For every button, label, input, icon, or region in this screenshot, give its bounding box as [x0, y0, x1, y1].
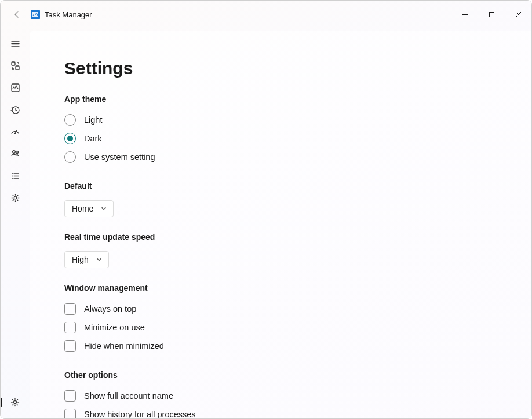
svg-point-10 [14, 401, 17, 404]
check-show-full-account[interactable]: Show full account name [64, 387, 435, 405]
radio-label: Dark [84, 134, 102, 143]
history-icon [10, 105, 20, 115]
processes-icon [10, 61, 20, 71]
checkbox-label: Show history for all processes [84, 410, 196, 418]
minimize-icon [462, 12, 468, 18]
nav-hamburger[interactable] [3, 33, 27, 54]
checkbox-icon [64, 340, 76, 352]
details-icon [10, 171, 20, 181]
check-always-on-top[interactable]: Always on top [64, 300, 435, 318]
radio-icon [64, 114, 76, 126]
check-show-history[interactable]: Show history for all processes [64, 405, 435, 418]
chevron-down-icon [100, 205, 107, 212]
checkbox-icon [64, 409, 76, 418]
nav-processes[interactable] [3, 55, 27, 76]
nav-details[interactable] [3, 165, 27, 186]
svg-point-7 [13, 151, 16, 154]
checkbox-icon [64, 303, 76, 315]
minimize-button[interactable] [451, 5, 478, 24]
radio-theme-dark[interactable]: Dark [64, 129, 435, 148]
svg-rect-2 [12, 62, 15, 65]
maximize-button[interactable] [478, 5, 505, 24]
sidebar [1, 28, 30, 418]
section-update-speed: Real time update speed [64, 232, 435, 242]
titlebar: Task Manager [1, 1, 531, 28]
chevron-down-icon [96, 256, 103, 263]
page-title: Settings [64, 59, 435, 78]
update-speed-select[interactable]: High [64, 251, 109, 268]
performance-icon [10, 83, 20, 93]
checkbox-icon [64, 322, 76, 333]
checkbox-label: Show full account name [84, 391, 173, 400]
section-window-mgmt: Window management [64, 283, 435, 293]
nav-startup[interactable] [3, 121, 27, 142]
section-other-options: Other options [64, 370, 435, 380]
startup-icon [10, 126, 20, 137]
services-icon [10, 193, 20, 203]
maximize-icon [489, 12, 495, 18]
close-button[interactable] [505, 5, 531, 24]
nav-performance[interactable] [3, 77, 27, 98]
radio-theme-system[interactable]: Use system setting [64, 148, 435, 166]
hamburger-icon [10, 39, 20, 49]
back-button[interactable] [5, 3, 28, 26]
checkbox-label: Hide when minimized [84, 341, 164, 351]
nav-settings[interactable] [3, 392, 27, 413]
select-value: Home [72, 204, 93, 213]
radio-label: Light [84, 115, 102, 125]
section-default: Default [64, 181, 435, 191]
nav-services[interactable] [3, 187, 27, 208]
check-minimize-on-use[interactable]: Minimize on use [64, 318, 435, 337]
arrow-left-icon [12, 10, 21, 19]
svg-point-8 [16, 151, 19, 154]
check-hide-when-minimized[interactable]: Hide when minimized [64, 337, 435, 355]
default-page-select[interactable]: Home [64, 200, 114, 217]
checkbox-label: Minimize on use [84, 323, 145, 332]
nav-users[interactable] [3, 143, 27, 164]
section-app-theme: App theme [64, 94, 435, 104]
select-value: High [72, 255, 89, 264]
checkbox-label: Always on top [84, 304, 136, 314]
app-icon [31, 10, 40, 19]
radio-icon [64, 133, 76, 144]
content-scroll[interactable]: Settings App theme Light Dark Use system… [30, 31, 531, 418]
radio-theme-light[interactable]: Light [64, 111, 435, 129]
svg-rect-3 [16, 66, 19, 70]
checkbox-icon [64, 390, 76, 402]
nav-app-history[interactable] [3, 99, 27, 120]
svg-point-9 [14, 196, 17, 199]
close-icon [515, 12, 522, 18]
radio-icon [64, 151, 76, 163]
radio-label: Use system setting [84, 152, 155, 162]
app-title: Task Manager [45, 10, 92, 19]
users-icon [10, 148, 20, 159]
svg-rect-1 [489, 12, 494, 17]
settings-icon [10, 397, 20, 407]
